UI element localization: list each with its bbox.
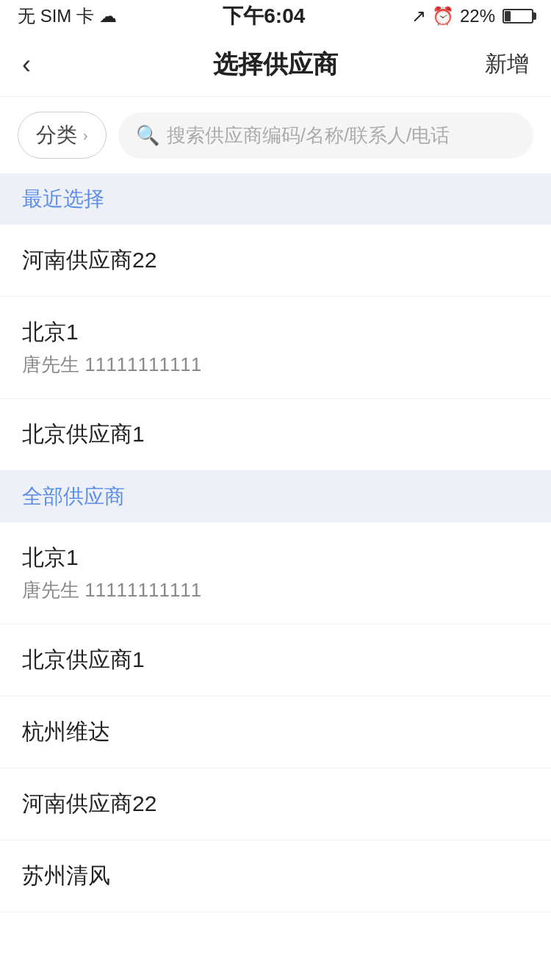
recent-list: 河南供应商22北京1唐先生 11111111111北京供应商1 — [0, 225, 551, 471]
all-list-item[interactable]: 河南供应商22 — [0, 768, 551, 840]
supplier-sub: 唐先生 11111111111 — [22, 577, 529, 603]
chevron-right-icon: › — [83, 127, 88, 144]
all-list: 北京1唐先生 11111111111北京供应商1杭州维达河南供应商22苏州清风 — [0, 522, 551, 912]
supplier-name: 河南供应商22 — [22, 245, 529, 275]
supplier-name: 北京1 — [22, 317, 529, 347]
all-section-header: 全部供应商 — [0, 471, 551, 522]
add-button[interactable]: 新增 — [485, 49, 529, 79]
recent-list-item[interactable]: 北京供应商1 — [0, 399, 551, 471]
all-list-item[interactable]: 苏州清风 — [0, 840, 551, 912]
status-bar: 无 SIM 卡 ☁ 下午6:04 ↗ ⏰ 22% — [0, 0, 551, 32]
supplier-sub: 唐先生 11111111111 — [22, 352, 529, 378]
nav-bar: ‹ 选择供应商 新增 — [0, 32, 551, 97]
page-title: 选择供应商 — [213, 48, 338, 82]
recent-list-item[interactable]: 北京1唐先生 11111111111 — [0, 297, 551, 399]
search-input[interactable]: 🔍 搜索供应商编码/名称/联系人/电话 — [118, 112, 533, 159]
search-placeholder: 搜索供应商编码/名称/联系人/电话 — [167, 123, 450, 148]
battery-percent: 22% — [460, 6, 495, 26]
sim-label: 无 SIM 卡 ☁ — [18, 4, 117, 28]
all-list-item[interactable]: 北京1唐先生 11111111111 — [0, 522, 551, 624]
search-area: 分类 › 🔍 搜索供应商编码/名称/联系人/电话 — [0, 97, 551, 173]
recent-list-item[interactable]: 河南供应商22 — [0, 225, 551, 297]
status-left: 无 SIM 卡 ☁ — [18, 4, 117, 28]
supplier-name: 北京供应商1 — [22, 645, 529, 675]
supplier-name: 苏州清风 — [22, 861, 529, 891]
search-icon: 🔍 — [136, 124, 159, 147]
supplier-name: 河南供应商22 — [22, 789, 529, 819]
supplier-name: 北京1 — [22, 543, 529, 573]
recent-section-header: 最近选择 — [0, 173, 551, 225]
all-list-item[interactable]: 杭州维达 — [0, 696, 551, 768]
location-icon: ↗ — [411, 6, 426, 26]
battery-fill — [505, 11, 511, 21]
battery-bar — [503, 9, 533, 24]
back-button[interactable]: ‹ — [22, 49, 66, 80]
all-list-item[interactable]: 北京供应商1 — [0, 624, 551, 696]
category-button[interactable]: 分类 › — [18, 112, 107, 159]
supplier-name: 北京供应商1 — [22, 419, 529, 450]
status-time: 下午6:04 — [223, 2, 305, 30]
alarm-icon: ⏰ — [432, 6, 454, 26]
supplier-name: 杭州维达 — [22, 717, 529, 747]
category-label: 分类 — [36, 121, 77, 149]
status-right: ↗ ⏰ 22% — [411, 6, 533, 26]
